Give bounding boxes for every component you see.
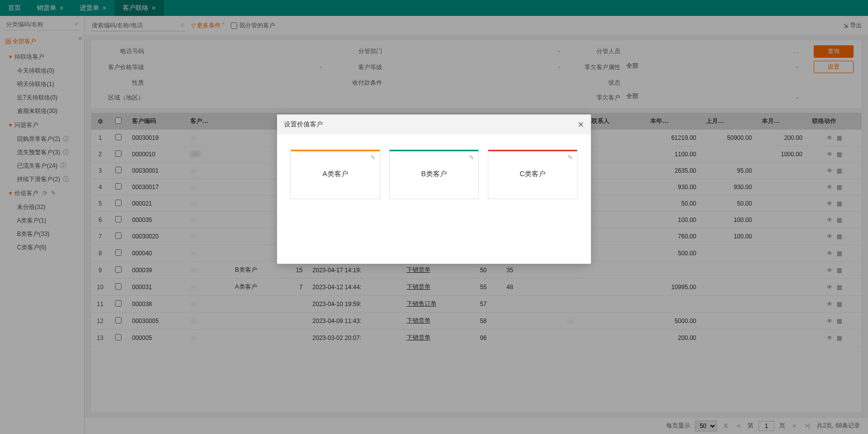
- card-label: A类客户: [322, 170, 348, 179]
- value-category-card[interactable]: ✎B类客户: [389, 149, 479, 199]
- modal-title: 设置价值客户: [284, 120, 323, 129]
- value-category-card[interactable]: ✎C类客户: [488, 149, 578, 199]
- edit-icon[interactable]: ✎: [568, 154, 573, 161]
- card-label: B类客户: [421, 170, 446, 179]
- card-label: C类客户: [520, 170, 546, 179]
- modal-overlay[interactable]: 设置价值客户 ✕ ✎A类客户✎B类客户✎C类客户: [0, 0, 868, 434]
- value-category-card[interactable]: ✎A类客户: [290, 149, 380, 199]
- value-customer-modal: 设置价值客户 ✕ ✎A类客户✎B类客户✎C类客户: [277, 114, 591, 264]
- close-icon[interactable]: ✕: [578, 120, 584, 129]
- edit-icon[interactable]: ✎: [469, 154, 474, 161]
- edit-icon[interactable]: ✎: [370, 154, 376, 161]
